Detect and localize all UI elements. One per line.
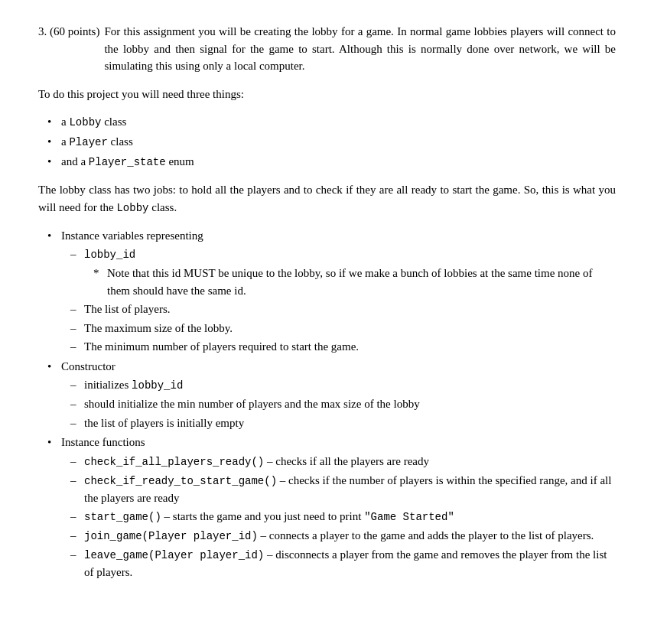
problem-header: 3. (60 points) For this assignment you w… — [38, 23, 616, 75]
max-size-item: The maximum size of the lobby. — [84, 320, 616, 337]
constructor-list: initializes lobby_id should initialize t… — [61, 376, 616, 431]
game-started-string: "Game Started" — [364, 511, 454, 523]
constructor-item: Constructor initializes lobby_id should … — [61, 358, 616, 432]
list-item-player-state: and a Player_state enum — [61, 153, 616, 171]
list-item-player: a Player class — [61, 133, 616, 151]
check-ready-start-item: check_if_ready_to_start_game() – checks … — [84, 472, 616, 507]
leave-game-code: leave_game(Player player_id) — [84, 549, 264, 561]
problem-container: 3. (60 points) For this assignment you w… — [38, 23, 616, 581]
start-game-code: start_game() — [84, 511, 161, 523]
requirements-list: Instance variables representing lobby_id… — [38, 227, 616, 581]
list-item-lobby: a Lobby class — [61, 113, 616, 131]
join-game-item: join_game(Player player_id) – connects a… — [84, 527, 616, 545]
lobby-id-note: Note that this id MUST be unique to the … — [107, 265, 616, 299]
init-lobby-id-code: lobby_id — [132, 379, 183, 392]
check-ready-start-code: check_if_ready_to_start_game() — [84, 475, 277, 487]
lobby-ref-code: Lobby — [116, 202, 148, 214]
init-lobby-id-item: initializes lobby_id — [84, 376, 616, 394]
init-players-empty-item: the list of players is initially empty — [84, 415, 616, 432]
lobby-id-code: lobby_id — [84, 249, 135, 261]
start-game-item: start_game() – starts the game and you j… — [84, 508, 616, 525]
init-min-max-item: should initialize the min number of play… — [84, 395, 616, 413]
min-players-item: The minimum number of players required t… — [84, 338, 616, 356]
player-code: Player — [69, 136, 107, 148]
three-things-list: a Lobby class a Player class and a Playe… — [38, 113, 616, 171]
lobby-code: Lobby — [69, 116, 101, 128]
players-list-item: The list of players. — [84, 301, 616, 318]
lobby-id-item: lobby_id Note that this id MUST be uniqu… — [84, 246, 616, 299]
leave-game-item: leave_game(Player player_id) – disconnec… — [84, 546, 616, 581]
instance-variables-list: lobby_id Note that this id MUST be uniqu… — [61, 246, 616, 356]
instance-functions-item: Instance functions check_if_all_players_… — [61, 434, 616, 581]
lobby-description: The lobby class has two jobs: to hold al… — [38, 181, 616, 216]
check-all-ready-code: check_if_all_players_ready() — [84, 456, 264, 468]
problem-number: 3. (60 points) — [38, 23, 99, 41]
three-things-intro: To do this project you will need three t… — [38, 86, 616, 103]
lobby-id-note-list: Note that this id MUST be unique to the … — [84, 265, 616, 299]
check-all-ready-item: check_if_all_players_ready() – checks if… — [84, 453, 616, 470]
instance-functions-list: check_if_all_players_ready() – checks if… — [61, 453, 616, 581]
problem-intro: For this assignment you will be creating… — [104, 23, 616, 75]
join-game-code: join_game(Player player_id) — [84, 530, 258, 542]
player-state-code: Player_state — [89, 156, 166, 168]
instance-variables-item: Instance variables representing lobby_id… — [61, 227, 616, 356]
